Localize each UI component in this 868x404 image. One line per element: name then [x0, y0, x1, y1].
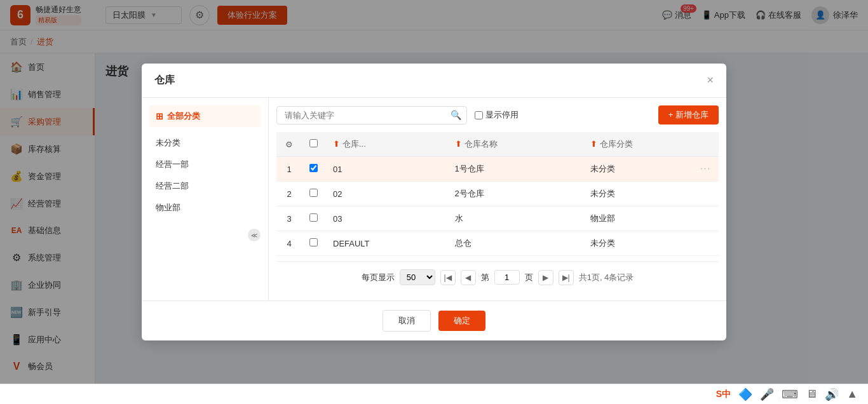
bottom-icon-1[interactable]: S中: [716, 389, 731, 400]
search-icon[interactable]: 🔍: [451, 110, 461, 120]
table-row[interactable]: 4 DEFAULT 总仓 未分类: [276, 231, 719, 256]
row-name: 水: [447, 206, 583, 231]
add-warehouse-button[interactable]: + 新增仓库: [658, 105, 719, 125]
row-category: 物业部: [583, 206, 719, 231]
grid-icon: ⊞: [156, 111, 163, 121]
table-row[interactable]: 2 02 2号仓库 未分类: [276, 182, 719, 206]
sort-icon-name: ⬆: [455, 139, 462, 149]
category-item-3[interactable]: 物业部: [149, 197, 261, 219]
category-panel: ⊞ 全部分类 未分类 经营一部 经营二部 物业部 ≪: [142, 98, 269, 300]
show-disabled-label: 显示停用: [475, 109, 519, 121]
row-code: 01: [325, 157, 447, 182]
modal-close-button[interactable]: ×: [707, 74, 714, 87]
last-page-button[interactable]: ▶|: [559, 270, 574, 285]
bottom-icon-2[interactable]: 🔷: [738, 387, 752, 401]
show-disabled-checkbox[interactable]: [475, 111, 483, 119]
row-checkbox[interactable]: [309, 213, 318, 222]
show-disabled-text: 显示停用: [485, 109, 519, 121]
th-checkbox: [302, 132, 325, 157]
row-num: 4: [276, 231, 302, 256]
category-item-0[interactable]: 未分类: [149, 132, 261, 154]
cancel-button[interactable]: 取消: [383, 310, 431, 332]
th-code: ⬆仓库...: [325, 132, 447, 157]
category-all-label: 全部分类: [167, 111, 200, 122]
category-item-1[interactable]: 经营一部: [149, 154, 261, 175]
search-input[interactable]: [282, 107, 451, 124]
row-checkbox[interactable]: [309, 189, 318, 197]
monitor-icon[interactable]: 🖥: [806, 387, 817, 401]
settings-icon: ⚙: [285, 140, 293, 149]
table-row[interactable]: 1 01 1号仓库 未分类···: [276, 157, 719, 182]
th-category: ⬆仓库分类: [583, 132, 719, 157]
modal-title: 仓库: [154, 74, 175, 87]
table-row[interactable]: 3 03 水 物业部: [276, 206, 719, 231]
search-wrap: 🔍: [276, 106, 467, 125]
warehouse-modal: 仓库 × ⊞ 全部分类 未分类 经营一部 经营二部 物业部 ≪: [142, 64, 726, 340]
confirm-button[interactable]: 确定: [438, 311, 485, 331]
row-num: 2: [276, 182, 302, 206]
first-page-button[interactable]: |◀: [440, 270, 456, 285]
bottom-bar: S中 🔷 🎤 ⌨ 🖥 🔊 ▲: [0, 384, 868, 404]
row-code: 03: [325, 206, 447, 231]
row-name: 总仓: [447, 231, 583, 256]
row-num: 1: [276, 157, 302, 182]
tray-icon[interactable]: ▲: [846, 387, 858, 401]
page-label: 页: [525, 272, 533, 283]
per-page-label: 每页显示: [362, 272, 395, 283]
category-all[interactable]: ⊞ 全部分类: [149, 105, 261, 127]
table-body: 1 01 1号仓库 未分类··· 2 02 2号仓库 未分类 3 03 水 物业…: [276, 157, 719, 256]
table-header-row: ⚙ ⬆仓库... ⬆仓库名称: [276, 132, 719, 157]
row-checkbox[interactable]: [309, 238, 318, 246]
row-category: 未分类···: [583, 157, 719, 182]
sort-icon-category: ⬆: [590, 139, 597, 149]
modal-footer: 取消 确定: [142, 300, 726, 340]
sort-icon-code: ⬆: [333, 139, 340, 149]
row-name: 1号仓库: [447, 157, 583, 182]
table-wrapper: ⚙ ⬆仓库... ⬆仓库名称: [276, 132, 719, 256]
row-more-dots[interactable]: ···: [700, 163, 711, 173]
row-code: 02: [325, 182, 447, 206]
volume-icon[interactable]: 🔊: [825, 387, 839, 401]
pagination: 每页显示 50 10 20 100 |◀ ◀ 第 页 ▶ ▶| 共1页, 4条记…: [276, 261, 719, 293]
table-toolbar: 🔍 显示停用 + 新增仓库: [276, 105, 719, 125]
next-page-button[interactable]: ▶: [538, 270, 553, 285]
category-item-2[interactable]: 经营二部: [149, 175, 261, 197]
modal-body: ⊞ 全部分类 未分类 经营一部 经营二部 物业部 ≪ 🔍: [142, 98, 726, 300]
warehouse-table: ⚙ ⬆仓库... ⬆仓库名称: [276, 132, 719, 256]
select-all-checkbox[interactable]: [309, 139, 318, 147]
row-checkbox-cell: [302, 157, 325, 182]
row-name: 2号仓库: [447, 182, 583, 206]
table-head: ⚙ ⬆仓库... ⬆仓库名称: [276, 132, 719, 157]
th-settings: ⚙: [276, 132, 302, 157]
page-total: 共1页, 4条记录: [579, 272, 634, 283]
row-checkbox-cell: [302, 231, 325, 256]
modal-header: 仓库 ×: [142, 64, 726, 98]
row-category: 未分类: [583, 231, 719, 256]
table-panel: 🔍 显示停用 + 新增仓库 ⚙: [269, 98, 726, 300]
modal-overlay: 仓库 × ⊞ 全部分类 未分类 经营一部 经营二部 物业部 ≪: [0, 0, 868, 404]
row-code: DEFAULT: [325, 231, 447, 256]
th-name: ⬆仓库名称: [447, 132, 583, 157]
collapse-panel-button[interactable]: ≪: [248, 229, 261, 241]
row-checkbox[interactable]: [309, 164, 318, 172]
page-label-section: 第: [481, 272, 489, 283]
row-checkbox-cell: [302, 182, 325, 206]
row-category: 未分类: [583, 182, 719, 206]
page-size-select[interactable]: 50 10 20 100: [400, 269, 435, 285]
mic-icon[interactable]: 🎤: [760, 387, 774, 401]
page-number-input[interactable]: [494, 270, 520, 285]
prev-page-button[interactable]: ◀: [461, 270, 476, 285]
row-checkbox-cell: [302, 206, 325, 231]
keyboard-icon[interactable]: ⌨: [782, 387, 798, 401]
row-num: 3: [276, 206, 302, 231]
